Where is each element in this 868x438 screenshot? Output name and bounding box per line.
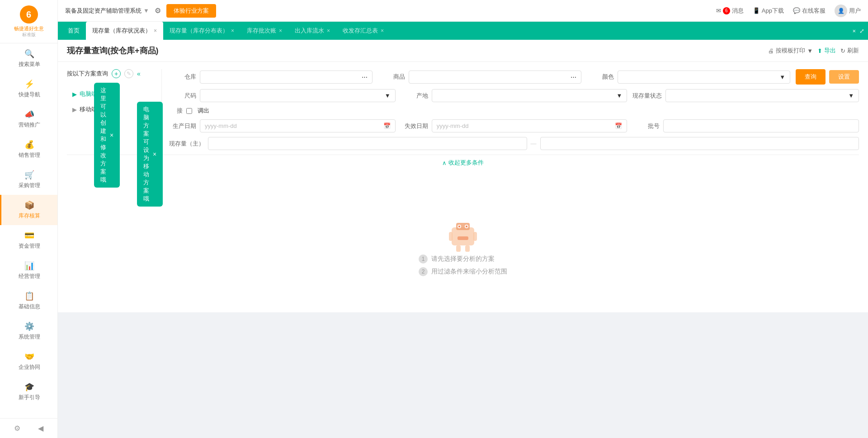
add-scheme-btn[interactable]: +: [112, 69, 121, 78]
tab-batch-account[interactable]: 库存批次账 ×: [241, 22, 288, 40]
batch-input[interactable]: [663, 119, 859, 132]
goods-dropdown-icon: ⋯: [571, 74, 576, 80]
stock-status-label: 现存量状态: [632, 92, 662, 100]
tab-inventory-status-close[interactable]: ×: [154, 28, 157, 34]
produce-date-calendar-icon[interactable]: 📅: [383, 122, 391, 129]
stock-status-select[interactable]: ▼: [665, 89, 859, 102]
collapse-sidebar-btn[interactable]: ◀: [38, 424, 43, 433]
goods-select[interactable]: ⋯: [409, 71, 581, 84]
user-area[interactable]: 👤 用户: [835, 5, 861, 17]
desktop-scheme-arrow: ▶: [72, 91, 77, 98]
sidebar-item-basic[interactable]: 📋 基础信息: [0, 286, 57, 316]
stock-qty-range: —: [208, 137, 859, 150]
sidebar-item-system[interactable]: ⚙️ 系统管理: [0, 316, 57, 346]
operations-icon: 📊: [24, 261, 34, 271]
stock-qty-to[interactable]: [540, 137, 859, 150]
batch-label: 批号: [632, 122, 660, 130]
desktop-tooltip-text: 电脑方案可设为移动方案哦: [143, 105, 149, 203]
tab-inventory-status-label: 现存量（库存状况表）: [92, 27, 151, 35]
collapse-label: 收起更多条件: [448, 159, 484, 167]
topbar-left: 装备及固定资产辅助管理系统 ▼ ⚙ 体验行业方案: [65, 4, 216, 18]
sidebar-item-label: 资金管理: [19, 242, 40, 250]
reset-btn[interactable]: 设置: [829, 70, 859, 84]
tab-inventory-dist[interactable]: 现存量（库存分布表） ×: [163, 22, 241, 40]
empty-step-2: 2 用过滤条件来缩小分析范围: [419, 267, 507, 276]
tab-home[interactable]: 首页: [61, 22, 86, 40]
svg-point-5: [466, 226, 467, 227]
sidebar-item-purchase[interactable]: 🛒 采购管理: [0, 165, 57, 195]
inventory-icon: 📦: [24, 200, 34, 210]
tab-recv-summary[interactable]: 收发存汇总表 ×: [336, 22, 390, 40]
edit-scheme-btn[interactable]: ✎: [124, 69, 133, 78]
create-tooltip-text: 这里可以创建和修改方案哦: [100, 86, 106, 184]
size-filter: 尺码 ▼: [169, 89, 396, 102]
search-btn[interactable]: 查询: [796, 69, 826, 85]
produce-date-input[interactable]: yyyy-mm-dd 📅: [200, 119, 396, 132]
tab-recv-summary-close[interactable]: ×: [381, 28, 384, 34]
export-icon: ⬆: [817, 47, 822, 54]
sidebar-item-search[interactable]: 🔍 搜索菜单: [0, 43, 57, 74]
scheme-arrow-btn[interactable]: «: [137, 70, 141, 77]
svg-rect-8: [473, 232, 477, 241]
notification-btn[interactable]: ✉ 6 消息: [716, 7, 744, 15]
logo-icon: 6: [20, 5, 38, 24]
filter-row-3: 接 调出: [169, 107, 859, 115]
warehouse-filter: 仓库 ⋯: [169, 71, 373, 84]
topbar-settings-icon[interactable]: ⚙: [155, 6, 161, 15]
trial-btn[interactable]: 体验行业方案: [166, 4, 216, 18]
system-title-select[interactable]: 装备及固定资产辅助管理系统 ▼: [65, 7, 149, 15]
empty-illustration: [443, 214, 483, 254]
warehouse-select[interactable]: ⋯: [200, 71, 373, 84]
settings-bottom-btn[interactable]: ⚙: [14, 424, 20, 433]
expire-date-calendar-icon[interactable]: 📅: [615, 122, 622, 129]
scheme-tooltip-content-2: 电脑方案可设为移动方案哦 ×: [137, 102, 163, 207]
desktop-tooltip-close[interactable]: ×: [153, 151, 156, 158]
sidebar-item-inventory[interactable]: 📦 库存核算: [0, 195, 57, 225]
expire-date-input[interactable]: yyyy-mm-dd 📅: [432, 119, 627, 132]
sidebar-item-label: 采购管理: [19, 182, 40, 189]
transfer-filter: 接 调出: [169, 107, 859, 115]
content-area: 现存量查询(按仓库+商品) 🖨 按模板打印 ▼ ⬆ 导出 ↻ 刷新: [58, 40, 868, 438]
tab-inout-flow[interactable]: 出入库流水 ×: [288, 22, 336, 40]
tab-inventory-status[interactable]: 现存量（库存状况表） ×: [86, 22, 163, 40]
collapse-bar[interactable]: ∧ 收起更多条件: [67, 155, 859, 170]
size-select[interactable]: ▼: [200, 89, 396, 102]
origin-select[interactable]: ▼: [432, 89, 627, 102]
tab-inventory-dist-close[interactable]: ×: [231, 28, 234, 34]
mobile-scheme-arrow: ▶: [72, 106, 77, 113]
sidebar-item-marketing[interactable]: 📣 营销推广: [0, 104, 57, 134]
purchase-icon: 🛒: [24, 170, 34, 180]
color-select[interactable]: ▼: [618, 71, 790, 84]
notification-label: 消息: [732, 7, 744, 15]
sidebar-item-enterprise[interactable]: 🤝 企业协同: [0, 346, 57, 377]
app-download-btn[interactable]: 📱 App下载: [753, 7, 784, 15]
produce-date-filter: 生产日期 yyyy-mm-dd 📅: [169, 119, 396, 132]
sidebar-item-guide[interactable]: 🎓 新手引导: [0, 377, 57, 407]
sidebar-item-quicknav[interactable]: ⚡ 快捷导航: [0, 74, 57, 104]
expire-date-label: 失效日期: [401, 122, 428, 130]
size-label: 尺码: [169, 92, 196, 100]
svg-rect-9: [456, 245, 461, 252]
marketing-icon: 📣: [24, 109, 34, 119]
tab-batch-account-close[interactable]: ×: [279, 28, 282, 34]
transfer-checkbox[interactable]: [186, 108, 192, 114]
sidebar-item-sales[interactable]: 💰 销售管理: [0, 134, 57, 165]
export-btn[interactable]: ⬆ 导出: [817, 47, 836, 55]
empty-steps: 1 请先选择要分析的方案 2 用过滤条件来缩小分析范围: [419, 254, 507, 276]
step-1-text: 请先选择要分析的方案: [431, 255, 495, 263]
sidebar-item-operations[interactable]: 📊 经营管理: [0, 255, 57, 286]
create-tooltip-close[interactable]: ×: [110, 132, 113, 139]
transfer-text: 调出: [198, 107, 209, 115]
empty-step-1: 1 请先选择要分析的方案: [419, 254, 507, 264]
tab-expand-icon[interactable]: ⤢: [859, 28, 864, 34]
online-support-btn[interactable]: 💬 在线客服: [793, 7, 826, 15]
stock-status-dropdown-icon: ▼: [848, 92, 854, 99]
sidebar-item-finance[interactable]: 💳 资金管理: [0, 225, 57, 255]
stock-qty-from[interactable]: [208, 137, 527, 150]
sidebar-item-label: 快捷导航: [19, 91, 40, 99]
print-btn[interactable]: 🖨 按模板打印 ▼: [768, 47, 813, 55]
tab-inout-flow-close[interactable]: ×: [327, 28, 330, 34]
tab-close-all-icon[interactable]: ×: [852, 28, 856, 34]
refresh-btn[interactable]: ↻ 刷新: [840, 47, 859, 55]
empty-state: 1 请先选择要分析的方案 2 用过滤条件来缩小分析范围: [58, 178, 868, 312]
